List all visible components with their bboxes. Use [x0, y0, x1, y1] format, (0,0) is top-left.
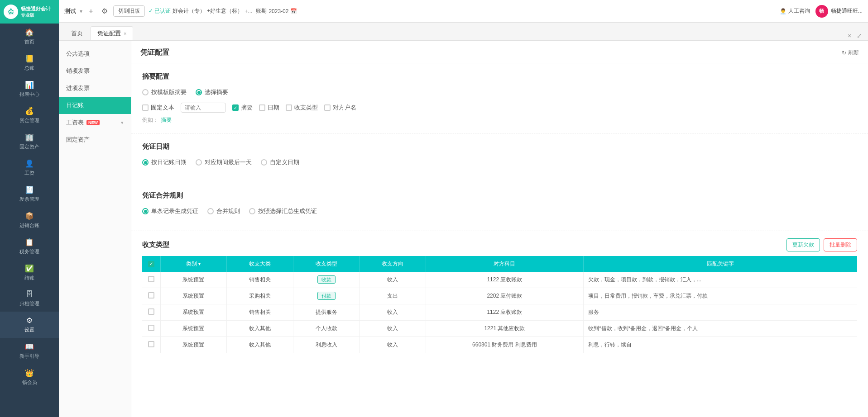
sub-sidebar-item-fixed-assets[interactable]: 固定资产 [59, 131, 131, 148]
select-all-checkbox[interactable]: ✓ [148, 261, 154, 267]
table-body: 系统预置 销售相关 收款 收入 1122 应收账款 欠款，现金，项目款，到款，报… [142, 272, 857, 353]
add-button[interactable]: + [86, 6, 96, 16]
sidebar-item-funds[interactable]: 💰 资金管理 [0, 102, 59, 128]
checkbox-counterparty[interactable]: 对方户名 [324, 104, 356, 112]
income-expense-title: 收支类型 [142, 241, 169, 249]
fixed-text-input[interactable] [181, 103, 226, 113]
sidebar-item-guide[interactable]: 📖 新手引导 [0, 338, 59, 364]
th-major-type: 收支大类 [227, 256, 293, 272]
row-checkbox[interactable] [148, 292, 154, 299]
sidebar-item-salary[interactable]: 👤 工资 [0, 155, 59, 181]
sidebar-item-tax[interactable]: 📋 税务管理 [0, 233, 59, 260]
income-expense-section: 收支类型 更新欠款 批量删除 ✓ [131, 231, 868, 417]
type-tag[interactable]: 付款 [317, 292, 336, 300]
tax-icon: 📋 [25, 238, 34, 246]
more-status-label: +... [245, 8, 252, 14]
window-expand-button[interactable]: ⤢ [856, 32, 863, 38]
sidebar-item-purchase[interactable]: 📦 进销台账 [0, 207, 59, 233]
radio-journal-date-circle [142, 159, 149, 166]
row-keywords: 利息，行转，续自 [583, 337, 857, 353]
sidebar-item-home[interactable]: 🏠 首页 [0, 24, 59, 50]
sub-sidebar-item-purchase-invoice[interactable]: 进项发票 [59, 80, 131, 97]
checkbox-fixed-text-box [142, 104, 149, 111]
radio-custom-date[interactable]: 自定义日期 [261, 158, 299, 166]
sidebar-item-archive[interactable]: 🗄 归档管理 [0, 286, 59, 312]
good-biz-label: +好生意（标） [207, 7, 243, 15]
radio-custom-date-label: 自定义日期 [270, 158, 299, 166]
summary-config-section: 摘要配置 按模板版摘要 选择摘要 [131, 63, 868, 133]
sidebar-item-member[interactable]: 👑 畅会员 [0, 364, 59, 390]
tab-close-icon[interactable]: × [124, 31, 126, 36]
window-close-button[interactable]: × [846, 32, 853, 38]
radio-summary-gen-label: 按照选择汇总生成凭证 [258, 207, 317, 215]
radio-select[interactable]: 选择摘要 [196, 88, 228, 96]
invoice-icon: 🧾 [25, 185, 34, 194]
radio-summary-gen[interactable]: 按照选择汇总生成凭证 [249, 207, 317, 215]
sidebar-item-invoice[interactable]: 🧾 发票管理 [0, 181, 59, 207]
checkbox-summary[interactable]: ✓ 摘要 [232, 104, 253, 112]
delete-btn[interactable]: 批量删除 [824, 238, 857, 251]
user-menu[interactable]: 畅 畅捷通旺旺... [815, 5, 863, 18]
radio-merge-rule[interactable]: 合并规则 [207, 207, 240, 215]
consult-button[interactable]: 👨‍💼 人工咨询 [780, 7, 810, 15]
sidebar-item-reports[interactable]: 📊 报表中心 [0, 76, 59, 102]
row-direction: 收入 [360, 272, 426, 288]
settings-button[interactable]: ⚙ [100, 6, 110, 16]
calendar-icon[interactable]: 📅 [290, 8, 297, 14]
sub-sidebar-item-public[interactable]: 公共选项 [59, 45, 131, 62]
voucher-date-title: 凭证日期 [142, 142, 857, 151]
checkbox-fixed-text-label: 固定文本 [151, 104, 174, 112]
sub-sidebar-item-sales-invoice[interactable]: 销项发票 [59, 62, 131, 80]
summary-config-title: 摘要配置 [142, 72, 857, 81]
purchase-icon: 📦 [25, 212, 34, 220]
row-direction: 收入 [360, 337, 426, 353]
radio-journal-date[interactable]: 按日记账日期 [142, 158, 187, 166]
tab-voucher-config[interactable]: 凭证配置 × [91, 26, 133, 40]
row-checkbox-cell [142, 337, 160, 353]
radio-period-last-label: 对应期间最后一天 [205, 158, 252, 166]
radio-merge-rule-circle [207, 208, 214, 214]
row-checkbox[interactable] [148, 308, 154, 315]
row-checkbox-cell [142, 288, 160, 304]
row-category: 系统预置 [160, 272, 227, 288]
switch-version-button[interactable]: 切到旧版 [113, 5, 145, 17]
user-name: 畅捷通旺旺... [831, 7, 863, 15]
type-tag[interactable]: 收款 [317, 275, 336, 284]
checkbox-fixed-text[interactable]: 固定文本 [142, 104, 174, 112]
sub-sidebar-item-salary[interactable]: 工资表 NEW ▾ [59, 114, 131, 131]
tab-home[interactable]: 首页 [64, 26, 90, 40]
sub-sidebar-purchase-invoice-label: 进项发票 [66, 84, 90, 92]
sidebar-item-settings[interactable]: ⚙ 设置 [0, 312, 59, 338]
example-label: 例如： [142, 117, 158, 123]
table-row: 系统预置 收入其他 个人收款 收入 1221 其他应收款 收到*借款，收到*备用… [142, 321, 857, 337]
main-area: 测试 ▾ + ⚙ 切到旧版 ✓ 已认证 好会计（专） +好生意（标） +... … [59, 0, 868, 417]
radio-single-record[interactable]: 单条记录生成凭证 [142, 207, 198, 215]
row-checkbox[interactable] [148, 325, 154, 331]
th-checkbox: ✓ [142, 256, 160, 272]
sidebar-item-assets[interactable]: 🏢 固定资产 [0, 128, 59, 155]
row-checkbox[interactable] [148, 276, 154, 282]
sub-sidebar-journal-label: 日记账 [66, 101, 84, 109]
page-content: 凭证配置 ↻ 刷新 摘要配置 按模板版摘要 [131, 41, 868, 417]
sidebar-item-settle[interactable]: ✅ 结账 [0, 260, 59, 286]
type-label: 提供服务 [316, 309, 337, 315]
refresh-button[interactable]: ↻ 刷新 [842, 49, 859, 57]
sub-sidebar: 公共选项 销项发票 进项发票 日记账 工资表 NEW ▾ 固定资产 [59, 41, 131, 417]
sidebar-item-ledger[interactable]: 📒 总账 [0, 50, 59, 76]
radio-template[interactable]: 按模板版摘要 [142, 88, 187, 96]
sub-sidebar-item-journal[interactable]: 日记账 [59, 97, 131, 114]
row-keywords: 服务 [583, 304, 857, 321]
income-expense-table: ✓ 类别 ▾ 收支大类 收支类型 收支方向 对方科目 [142, 256, 857, 353]
radio-period-last-circle [196, 159, 202, 166]
checkbox-summary-box: ✓ [232, 104, 239, 111]
checkbox-type[interactable]: 收支类型 [286, 104, 318, 112]
row-checkbox[interactable] [148, 341, 154, 347]
radio-select-dot [197, 91, 201, 94]
table-header-row: 收支类型 更新欠款 批量删除 [142, 238, 857, 251]
radio-period-last[interactable]: 对应期间最后一天 [196, 158, 252, 166]
update-btn[interactable]: 更新欠款 [786, 238, 820, 251]
company-dropdown-arrow[interactable]: ▾ [80, 8, 82, 14]
period-display: 账期 2023-02 📅 [256, 7, 297, 15]
type-label: 个人收款 [316, 325, 337, 332]
checkbox-date[interactable]: 日期 [259, 104, 279, 112]
